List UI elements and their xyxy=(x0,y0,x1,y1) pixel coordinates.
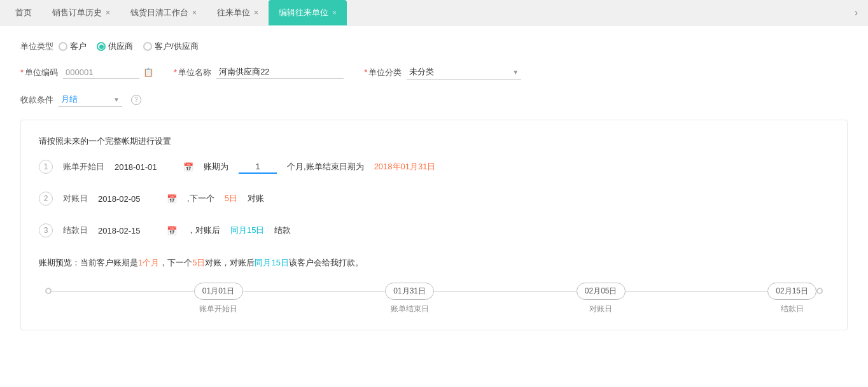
close-cash-work[interactable]: × xyxy=(192,8,197,17)
unit-code-input[interactable] xyxy=(63,66,139,79)
step-2-calendar-icon[interactable]: 📅 xyxy=(167,194,177,204)
main-content: 单位类型 客户 供应商 客户/供应商 *单位编码 xyxy=(0,25,868,387)
unit-name-field: *单位名称 xyxy=(174,66,344,79)
timeline-label-4: 结款日 xyxy=(781,304,804,314)
step-2-date: 2018-02-05 xyxy=(98,194,155,204)
preview-months: 1个月 xyxy=(138,258,159,267)
radio-supplier[interactable]: 供应商 xyxy=(97,41,133,52)
radio-customer[interactable]: 客户 xyxy=(59,41,87,52)
tab-edit-partner[interactable]: 编辑往来单位 × xyxy=(269,0,347,25)
payment-terms-field: 收款条件 月结 ▼ ? xyxy=(20,92,141,107)
unit-name-input[interactable] xyxy=(216,66,344,79)
timeline-label-2: 账单结束日 xyxy=(391,304,429,314)
timeline-milestone-1: 01月01日 账单开始日 xyxy=(194,283,243,314)
radio-circle-customer xyxy=(59,42,67,51)
unit-type-field: 单位类型 客户 供应商 客户/供应商 xyxy=(20,41,199,52)
timeline-seg-4 xyxy=(626,283,768,292)
copy-icon[interactable]: 📋 xyxy=(143,67,153,77)
period-input[interactable] xyxy=(239,160,277,174)
payment-terms-row: 收款条件 月结 ▼ ? xyxy=(20,92,848,107)
timeline-badge-1: 01月01日 xyxy=(194,283,243,300)
timeline-badge-4: 02月15日 xyxy=(767,283,816,300)
tab-more-button[interactable]: › xyxy=(850,7,863,18)
timeline-line-2 xyxy=(243,291,386,292)
tab-sales-history[interactable]: 销售订单历史 × xyxy=(42,0,120,25)
step-3-suffix: 结款 xyxy=(274,225,291,236)
unit-category-value: 未分类 xyxy=(409,66,510,78)
timeline-badge-2: 01月31日 xyxy=(385,283,434,300)
close-sales-history[interactable]: × xyxy=(106,8,110,17)
step-3-label: 结款日 xyxy=(63,225,88,236)
tab-partner-label: 往来单位 xyxy=(217,7,250,18)
timeline-milestone-4: 02月15日 结款日 xyxy=(767,283,816,314)
unit-name-label: *单位名称 xyxy=(174,67,211,78)
radio-supplier-label: 供应商 xyxy=(108,41,133,52)
step-1-unit: 个月,账单结束日期为 xyxy=(287,161,364,172)
unit-info-row: *单位编码 📋 *单位名称 *单位分类 未分类 ▼ xyxy=(20,65,848,80)
tab-sales-history-label: 销售订单历史 xyxy=(52,7,102,18)
tab-cash-work[interactable]: 钱货日清工作台 × xyxy=(120,0,207,25)
preview-day: 5日 xyxy=(192,258,205,267)
unit-type-row: 单位类型 客户 供应商 客户/供应商 xyxy=(20,41,848,52)
question-icon[interactable]: ? xyxy=(131,95,141,105)
step-2-num: 2 xyxy=(39,192,53,206)
radio-circle-both xyxy=(143,42,152,51)
tab-home[interactable]: 首页 xyxy=(5,0,42,25)
step-3-prefix: ，对账后 xyxy=(187,225,220,236)
timeline-badge-3: 02月05日 xyxy=(577,283,626,300)
step-1-label: 账单开始日 xyxy=(63,161,104,172)
step-1-suffix: 账期为 xyxy=(204,161,228,172)
timeline-line-1 xyxy=(52,291,194,292)
step-2-highlight: 5日 xyxy=(225,193,237,204)
preview-mid1: ，下一个 xyxy=(159,258,192,267)
preview-end: 该客户会给我打款。 xyxy=(289,258,363,267)
payment-terms-arrow: ▼ xyxy=(113,96,120,103)
step-1-calendar-icon[interactable]: 📅 xyxy=(183,162,193,172)
unit-type-label: 单位类型 xyxy=(20,41,53,52)
step-1-end-date: 2018年01月31日 xyxy=(374,161,436,172)
timeline-end-dot xyxy=(816,288,823,294)
unit-code-field: *单位编码 📋 xyxy=(20,66,153,79)
payment-terms-label: 收款条件 xyxy=(20,94,53,106)
preview-settle: 同月15日 xyxy=(255,258,288,267)
unit-category-label: *单位分类 xyxy=(364,67,402,78)
timeline-seg-2 xyxy=(243,283,386,292)
step-3-calendar-icon[interactable]: 📅 xyxy=(167,226,177,236)
step-2-suffix: 对账 xyxy=(248,193,264,204)
step-1-date: 2018-01-01 xyxy=(115,162,172,172)
step-3-row: 3 结款日 2018-02-15 📅 ，对账后 同月15日 结款 xyxy=(39,223,829,237)
req-star-cat: * xyxy=(364,67,367,77)
dot-start xyxy=(45,288,52,294)
unit-code-label: *单位编码 xyxy=(20,67,58,78)
tab-partner[interactable]: 往来单位 × xyxy=(207,0,269,25)
tab-bar: 首页 销售订单历史 × 钱货日清工作台 × 往来单位 × 编辑往来单位 × › xyxy=(0,0,868,25)
tab-cash-work-label: 钱货日清工作台 xyxy=(130,7,188,18)
timeline-line-3 xyxy=(434,291,577,292)
radio-customer-label: 客户 xyxy=(70,41,87,52)
unit-category-dropdown[interactable]: 未分类 ▼ xyxy=(407,65,521,80)
step-1-row: 1 账单开始日 2018-01-01 📅 账期为 个月,账单结束日期为 2018… xyxy=(39,160,829,174)
timeline-milestone-3: 02月05日 对账日 xyxy=(577,283,626,314)
step-2-prefix: ,下一个 xyxy=(187,193,214,204)
preview-label: 账期预览：当前客户账期是 xyxy=(39,258,138,267)
timeline-label-3: 对账日 xyxy=(589,304,612,314)
step-2-label: 对账日 xyxy=(63,193,88,204)
radio-both[interactable]: 客户/供应商 xyxy=(143,41,199,52)
tab-home-label: 首页 xyxy=(15,7,32,18)
timeline-line-4 xyxy=(626,291,768,292)
preview-mid2: 对账，对账后 xyxy=(205,258,255,267)
timeline-start-dot xyxy=(45,288,52,294)
radio-circle-supplier xyxy=(97,42,106,51)
timeline-label-1: 账单开始日 xyxy=(199,304,237,314)
unit-code-row: 📋 xyxy=(63,66,153,79)
step-3-highlight: 同月15日 xyxy=(230,225,264,236)
close-partner[interactable]: × xyxy=(254,8,258,17)
unit-category-field: *单位分类 未分类 ▼ xyxy=(364,65,521,80)
close-edit-partner[interactable]: × xyxy=(332,8,337,17)
step-3-num: 3 xyxy=(39,223,53,237)
preview-text: 账期预览：当前客户账期是1个月，下一个5日对账，对账后同月15日该客户会给我打款… xyxy=(39,255,829,270)
radio-both-label: 客户/供应商 xyxy=(155,41,199,52)
req-star-name: * xyxy=(174,67,177,77)
payment-terms-value: 月结 xyxy=(61,94,111,105)
payment-terms-dropdown[interactable]: 月结 ▼ xyxy=(59,92,122,107)
